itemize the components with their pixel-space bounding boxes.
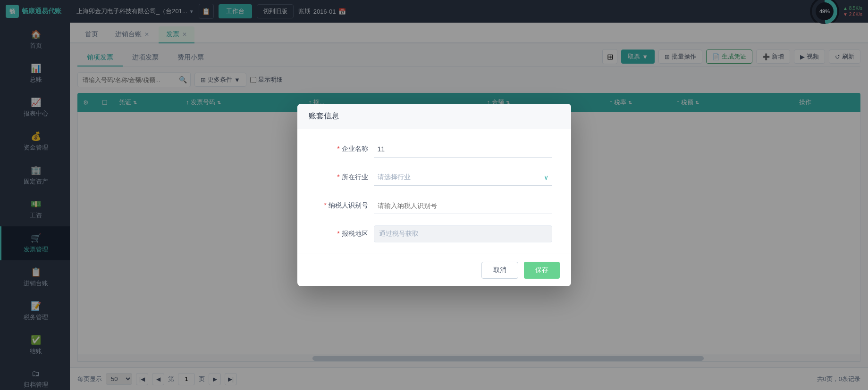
tax-id-input[interactable] <box>374 197 552 214</box>
dialog-header: 账套信息 <box>297 104 571 129</box>
industry-dropdown-icon: ∨ <box>544 174 548 181</box>
dialog-footer: 取消 保存 <box>297 254 571 286</box>
industry-row: * 所在行业 请选择行业 ∨ <box>316 169 552 186</box>
cancel-button[interactable]: 取消 <box>481 262 518 279</box>
account-info-dialog: 账套信息 * 企业名称 * 所在行业 请选择行业 ∨ <box>297 104 571 286</box>
industry-label: * 所在行业 <box>316 173 368 182</box>
company-name-label: * 企业名称 <box>316 145 368 153</box>
dialog-title: 账套信息 <box>309 112 339 120</box>
required-marker-4: * <box>337 230 339 237</box>
required-marker-3: * <box>324 201 326 209</box>
industry-placeholder: 请选择行业 <box>378 173 544 182</box>
tax-region-row: * 报税地区 通过税号获取 <box>316 225 552 242</box>
save-button[interactable]: 保存 <box>524 262 560 279</box>
company-name-input[interactable] <box>374 141 552 158</box>
industry-select[interactable]: 请选择行业 ∨ <box>374 169 552 186</box>
tax-id-label: * 纳税人识别号 <box>316 201 368 210</box>
tax-region-input: 通过税号获取 <box>374 225 552 242</box>
required-marker-2: * <box>337 173 339 181</box>
tax-region-label: * 报税地区 <box>316 230 368 238</box>
modal-overlay[interactable]: 账套信息 * 企业名称 * 所在行业 请选择行业 ∨ <box>0 0 868 390</box>
tax-id-row: * 纳税人识别号 <box>316 197 552 214</box>
dialog-body: * 企业名称 * 所在行业 请选择行业 ∨ * <box>297 129 571 254</box>
tax-region-placeholder: 通过税号获取 <box>379 230 419 238</box>
company-name-row: * 企业名称 <box>316 141 552 158</box>
required-marker: * <box>337 145 339 152</box>
